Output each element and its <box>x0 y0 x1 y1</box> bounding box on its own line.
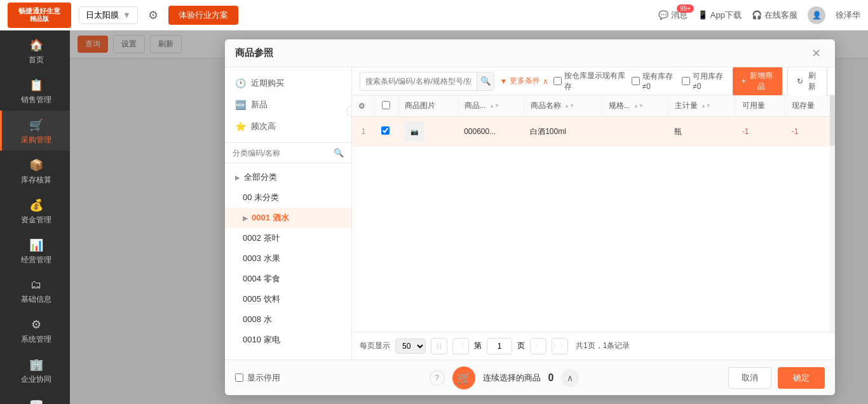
add-product-btn[interactable]: + 新增商品 <box>733 67 783 96</box>
show-disabled-checkbox[interactable] <box>235 374 243 382</box>
tree-item-cat0003[interactable]: 0003 水果 <box>225 248 351 269</box>
tree-item-cat00[interactable]: 00 未分类 <box>225 187 351 208</box>
online-service-btn[interactable]: 🎧 在线客服 <box>752 10 797 21</box>
more-filter-btn[interactable]: ▼ 更多条件 ∧ <box>499 76 548 86</box>
collapse-footer-btn[interactable]: ∧ <box>561 369 579 387</box>
stock-not-zero-input[interactable] <box>632 77 640 85</box>
table-settings-icon[interactable]: ⚙ <box>358 102 365 111</box>
product-search-input[interactable] <box>360 77 477 86</box>
sidebar-item-basic[interactable]: 🗂 基础信息 <box>0 271 70 310</box>
frequent-tab-label: 频次高 <box>251 121 276 132</box>
inventory-icon: 📦 <box>29 158 43 172</box>
next-page-btn[interactable]: 〉 <box>530 338 546 354</box>
col-spec[interactable]: 规格... ▲▼ <box>602 95 668 117</box>
recent-tab[interactable]: 🕐 近期购买 <box>225 72 351 94</box>
modal-header: 商品参照 ✕ <box>225 39 835 67</box>
cart-icon: 🛒 <box>457 371 471 385</box>
help-icon[interactable]: ? <box>430 370 445 386</box>
app-download-btn[interactable]: 📱 App下载 <box>698 10 742 21</box>
modal-close-button[interactable]: ✕ <box>807 44 825 62</box>
app-logo: 畅捷通好生意 精品版 <box>8 3 71 28</box>
tree-item-cat0010[interactable]: 0010 家电 <box>225 330 351 350</box>
first-page-btn[interactable]: ⟨⟨ <box>431 338 447 354</box>
tree-item-all[interactable]: ▶ 全部分类 <box>225 167 351 187</box>
cancel-button[interactable]: 取消 <box>728 367 771 389</box>
toolbar-actions: + 新增商品 ↻ 刷新 <box>733 67 827 96</box>
col-image: 商品图片 <box>398 95 458 117</box>
tree-item-cat0003-label: 0003 水果 <box>243 253 280 264</box>
trial-button[interactable]: 体验行业方案 <box>168 6 238 25</box>
tree-item-cat0002[interactable]: 0002 茶叶 <box>225 228 351 248</box>
sidebar-item-guide[interactable]: 📖 新手引导 <box>0 390 70 404</box>
row-checkbox[interactable] <box>381 126 390 135</box>
cart-button[interactable]: 🛒 <box>452 367 475 389</box>
sidebar-item-home[interactable]: 🏠 首页 <box>0 30 70 71</box>
col-available-label: 可用量 <box>742 101 765 110</box>
user-avatar[interactable]: 👤 <box>808 6 825 24</box>
sidebar-item-sales-label: 销售管理 <box>21 95 51 105</box>
col-stock-label: 现存量 <box>792 101 815 110</box>
user-name: 徐泽华 <box>836 10 860 21</box>
tree-item-cat0001-label: 0001 酒水 <box>252 212 289 224</box>
modal-body: 🕐 近期购买 🆕 新品 ⭐ 频次高 <box>225 67 835 360</box>
show-disabled-label[interactable]: 显示停用 <box>235 372 280 384</box>
table-row[interactable]: 1 📷 000600... 白酒100ml <box>352 117 835 147</box>
available-not-zero-checkbox[interactable]: 可用库存≠0 <box>682 71 728 91</box>
row-unit: 瓶 <box>668 117 736 147</box>
table-scrollbar[interactable] <box>830 95 835 332</box>
store-selector[interactable]: 日太阳膜 ▼ <box>79 6 138 24</box>
product-table: ⚙ 商品图片 商品... <box>352 95 835 147</box>
sidebar-item-system[interactable]: ⚙ 系统管理 <box>0 310 70 350</box>
sidebar-item-inventory[interactable]: 📦 库存核算 <box>0 151 70 191</box>
new-tab[interactable]: 🆕 新品 <box>225 94 351 116</box>
refresh-btn[interactable]: ↻ 刷新 <box>787 67 827 96</box>
tree-item-cat0001[interactable]: ▶ 0001 酒水 <box>225 208 351 228</box>
tree-item-cat0004[interactable]: 0004 零食 <box>225 269 351 289</box>
confirm-button[interactable]: 确定 <box>778 367 825 389</box>
select-all-checkbox[interactable] <box>382 101 390 109</box>
frequent-tab[interactable]: ⭐ 频次高 <box>225 116 351 137</box>
sidebar-item-system-label: 系统管理 <box>21 334 51 345</box>
col-unit[interactable]: 主计量 ▲▼ <box>668 95 736 117</box>
product-reference-modal: 商品参照 ✕ 🕐 近期购买 🆕 新品 <box>225 39 835 395</box>
navbar: 畅捷通好生意 精品版 日太阳膜 ▼ ⚙ 体验行业方案 💬 消息 99+ 📱 Ap… <box>0 0 868 30</box>
settings-icon[interactable]: ⚙ <box>143 5 163 25</box>
row-available: -1 <box>736 117 785 147</box>
by-warehouse-checkbox[interactable]: 按仓库显示现有库存 <box>553 71 626 92</box>
page-input[interactable] <box>487 338 512 354</box>
category-search-icon[interactable]: 🔍 <box>334 148 344 158</box>
row-spec <box>602 117 668 147</box>
filter-label: 更多条件 <box>510 76 540 86</box>
sidebar-item-finance[interactable]: 💰 资金管理 <box>0 191 70 231</box>
sidebar-item-operations[interactable]: 📊 经营管理 <box>0 231 70 271</box>
col-code[interactable]: 商品... ▲▼ <box>458 95 524 117</box>
product-search-btn[interactable]: 🔍 <box>477 72 494 91</box>
sidebar-item-enterprise-label: 企业协同 <box>21 374 51 385</box>
sidebar-item-inventory-label: 库存核算 <box>21 175 51 185</box>
message-btn[interactable]: 💬 消息 99+ <box>658 10 688 21</box>
col-name[interactable]: 商品名称 ▲▼ <box>524 95 602 117</box>
tree-item-all-label: 全部分类 <box>244 172 277 183</box>
star-icon: ⭐ <box>235 121 246 131</box>
available-not-zero-input[interactable] <box>682 77 690 85</box>
sidebar-item-operations-label: 经营管理 <box>21 255 51 266</box>
stock-not-zero-checkbox[interactable]: 现有库存≠0 <box>632 71 677 91</box>
new-tab-label: 新品 <box>251 99 268 111</box>
last-page-btn[interactable]: 〉〉 <box>552 338 568 354</box>
col-checkbox <box>375 95 398 117</box>
sidebar-item-purchase[interactable]: 🛒 采购管理 <box>0 111 70 151</box>
footer-center: ? 🛒 连续选择的商品 0 ∧ <box>280 367 728 389</box>
sidebar-item-enterprise[interactable]: 🏢 企业协同 <box>0 350 70 390</box>
col-name-sort: ▲▼ <box>564 103 574 109</box>
sidebar-item-sales[interactable]: 📋 销售管理 <box>0 71 70 111</box>
tree-item-cat0008[interactable]: 0008 水 <box>225 309 351 330</box>
row-checkbox-cell <box>375 117 398 147</box>
page-size-select[interactable]: 50 <box>395 339 426 354</box>
total-info: 共1页，1条记录 <box>576 340 630 351</box>
category-search-input[interactable] <box>233 149 330 158</box>
prev-page-btn[interactable]: 〈 <box>452 338 469 354</box>
by-warehouse-input[interactable] <box>553 77 562 85</box>
store-selector-arrow: ▼ <box>123 10 131 20</box>
navbar-right: 💬 消息 99+ 📱 App下载 🎧 在线客服 👤 徐泽华 <box>658 6 860 24</box>
tree-item-cat0005[interactable]: 0005 饮料 <box>225 289 351 309</box>
